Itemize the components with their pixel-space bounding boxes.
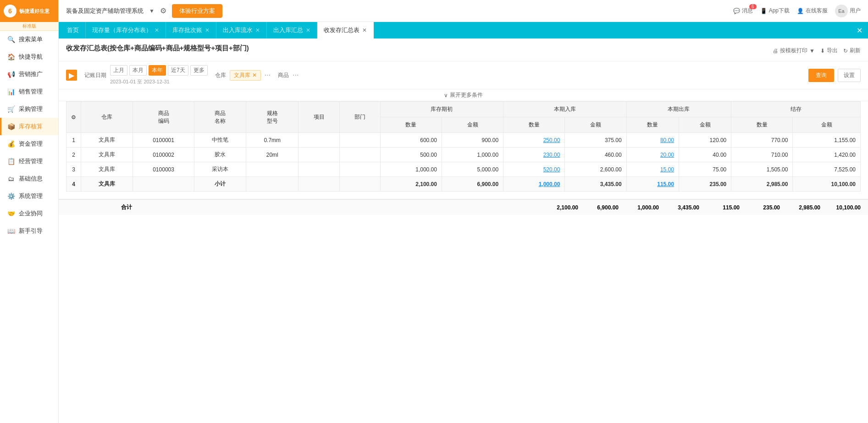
project-cell — [299, 148, 339, 162]
tab-label: 现存量（库存分布表） — [92, 26, 152, 34]
warehouse-cell: 文具库 — [81, 148, 133, 162]
system-icon: ⚙️ — [7, 192, 15, 200]
online-service-action[interactable]: 👤 在线客服 — [797, 7, 828, 15]
tab-close-batch[interactable]: ✕ — [205, 27, 210, 33]
goods-more-dots[interactable]: ··· — [293, 71, 299, 79]
date-btn-上月[interactable]: 上月 — [110, 65, 127, 76]
message-action[interactable]: 💬 消息 6 — [733, 7, 753, 15]
warehouse-more-dots[interactable]: ··· — [265, 71, 271, 79]
quick-icon: 🏠 — [7, 53, 15, 61]
opening-amt-cell: 5,000.00 — [442, 162, 503, 177]
filter-actions: 查询 设置 — [808, 69, 861, 82]
marketing-icon: 📢 — [7, 70, 15, 78]
sidebar-item-sales[interactable]: 📊销售管理 — [0, 83, 58, 100]
sidebar-item-collab[interactable]: 🤝企业协同 — [0, 205, 58, 222]
closing-qty-cell: 770.00 — [731, 133, 793, 148]
in-qty-cell[interactable]: 250.00 — [503, 133, 565, 148]
sidebar-item-search[interactable]: 🔍搜索菜单 — [0, 31, 58, 48]
out-qty-link[interactable]: 80.00 — [660, 137, 674, 143]
tab-close-inout-flow[interactable]: ✕ — [255, 27, 260, 33]
out-qty-link[interactable]: 15.00 — [660, 166, 674, 173]
opening-qty-cell: 600.00 — [380, 133, 442, 148]
date-btn-近7天[interactable]: 近7天 — [168, 65, 188, 76]
refresh-button[interactable]: ↻ 刷新 — [843, 47, 861, 55]
service-icon: 👤 — [797, 8, 804, 14]
in-qty-cell[interactable]: 230.00 — [503, 148, 565, 162]
name-cell: 小计 — [194, 177, 246, 192]
tab-bar-close[interactable]: ✕ — [853, 26, 866, 35]
footer-opening-amt: 6,900.00 — [582, 204, 619, 211]
col-settings[interactable]: ⚙ — [66, 102, 81, 133]
closing-qty-cell: 710.00 — [731, 148, 793, 162]
app-download-action[interactable]: 📱 App下载 — [760, 7, 790, 15]
out-qty-cell[interactable]: 15.00 — [626, 162, 679, 177]
sidebar-item-finance[interactable]: 💰资金管理 — [0, 135, 58, 153]
in-qty-cell[interactable]: 1,000.00 — [503, 177, 565, 192]
date-shortcuts: 上月本月本年近7天更多 2023-01-01 至 2023-12-31 — [110, 65, 208, 85]
sidebar-item-marketing[interactable]: 📢营销推广 — [0, 66, 58, 83]
trial-button[interactable]: 体验行业方案 — [172, 4, 222, 18]
settings-icon[interactable]: ⚙ — [160, 6, 166, 15]
col-opening-qty-header: 数量 — [380, 117, 442, 133]
sidebar-item-purchase[interactable]: 🛒采购管理 — [0, 100, 58, 118]
tab-bar: 首页现存量（库存分布表）✕库存批次账✕出入库流水✕出入库汇总✕收发存汇总表✕✕ — [59, 22, 868, 38]
tab-close-inventory-dist[interactable]: ✕ — [155, 27, 159, 33]
footer-label: 合计 — [81, 203, 172, 211]
col-opening-header: 库存期初 — [380, 102, 503, 117]
tab-inout-summary[interactable]: 出入库汇总✕ — [267, 22, 317, 38]
date-btn-更多[interactable]: 更多 — [190, 65, 208, 76]
tab-close-receipt-summary[interactable]: ✕ — [362, 27, 367, 33]
in-qty-link[interactable]: 250.00 — [543, 137, 560, 143]
sidebar-item-system[interactable]: ⚙️系统管理 — [0, 187, 58, 205]
col-project-header: 项目 — [299, 102, 339, 133]
tab-batch[interactable]: 库存批次账✕ — [166, 22, 216, 38]
in-qty-link[interactable]: 230.00 — [543, 152, 560, 158]
app-logo: 6 畅捷通好生意 — [0, 0, 58, 22]
expand-conditions-button[interactable]: ∨ 展开更多条件 — [59, 89, 868, 101]
out-qty-link[interactable]: 20.00 — [660, 152, 674, 158]
row-num-cell: 3 — [66, 162, 81, 177]
footer-opening-qty: 2,100.00 — [542, 204, 578, 211]
system-selector[interactable]: ▼ — [149, 8, 155, 14]
closing-amt-cell: 7,525.00 — [793, 162, 861, 177]
out-qty-cell[interactable]: 20.00 — [626, 148, 679, 162]
project-cell — [299, 133, 339, 148]
search-icon: 🔍 — [7, 35, 15, 44]
warehouse-tag[interactable]: 文具库 ✕ — [230, 70, 261, 81]
footer-closing-qty: 2,985.00 — [784, 204, 820, 211]
out-qty-link[interactable]: 115.00 — [657, 181, 674, 187]
date-btn-本年[interactable]: 本年 — [149, 65, 166, 76]
in-qty-cell[interactable]: 520.00 — [503, 162, 565, 177]
export-button[interactable]: ⬇ 导出 — [820, 47, 838, 55]
tab-home[interactable]: 首页 — [61, 22, 86, 38]
tab-receipt-summary[interactable]: 收发存汇总表✕ — [317, 22, 374, 38]
date-btn-本月[interactable]: 本月 — [129, 65, 147, 76]
tab-inout-flow[interactable]: 出入库流水✕ — [216, 22, 267, 38]
date-filter-section: 记账日期 上月本月本年近7天更多 2023-01-01 至 2023-12-31 — [84, 65, 208, 85]
warehouse-cell: 文具库 — [81, 162, 133, 177]
sidebar-item-guide[interactable]: 📖新手引导 — [0, 222, 58, 240]
system-title: 装备及固定资产辅助管理系统 — [66, 7, 144, 15]
tab-inventory-dist[interactable]: 现存量（库存分布表）✕ — [86, 22, 166, 38]
col-spec-header: 规格型号 — [246, 102, 299, 133]
tab-close-inout-summary[interactable]: ✕ — [306, 27, 310, 33]
print-button[interactable]: 🖨 按模板打印 ▼ — [773, 47, 815, 55]
out-qty-cell[interactable]: 115.00 — [626, 177, 679, 192]
sidebar-item-basic[interactable]: 🗂基础信息 — [0, 170, 58, 187]
sidebar-item-inventory[interactable]: 📦库存核算 — [0, 118, 58, 135]
sidebar-item-quick[interactable]: 🏠快捷导航 — [0, 48, 58, 66]
sidebar-item-operations[interactable]: 📋经营管理 — [0, 153, 58, 170]
in-qty-link[interactable]: 1,000.00 — [539, 181, 560, 187]
sidebar: 6 畅捷通好生意 标准版 🔍搜索菜单🏠快捷导航📢营销推广📊销售管理🛒采购管理📦库… — [0, 0, 59, 423]
out-qty-cell[interactable]: 80.00 — [626, 133, 679, 148]
in-qty-link[interactable]: 520.00 — [543, 166, 560, 173]
user-action[interactable]: Ea 用户 — [835, 5, 861, 17]
department-cell — [339, 133, 380, 148]
tab-label: 库存批次账 — [172, 26, 202, 34]
filter-toggle-button[interactable]: ▶ — [66, 70, 77, 81]
settings-button[interactable]: 设置 — [838, 69, 861, 82]
query-button[interactable]: 查询 — [808, 69, 834, 82]
warehouse-tag-remove[interactable]: ✕ — [252, 72, 257, 78]
sales-icon: 📊 — [7, 88, 15, 96]
refresh-icon: ↻ — [843, 48, 848, 54]
